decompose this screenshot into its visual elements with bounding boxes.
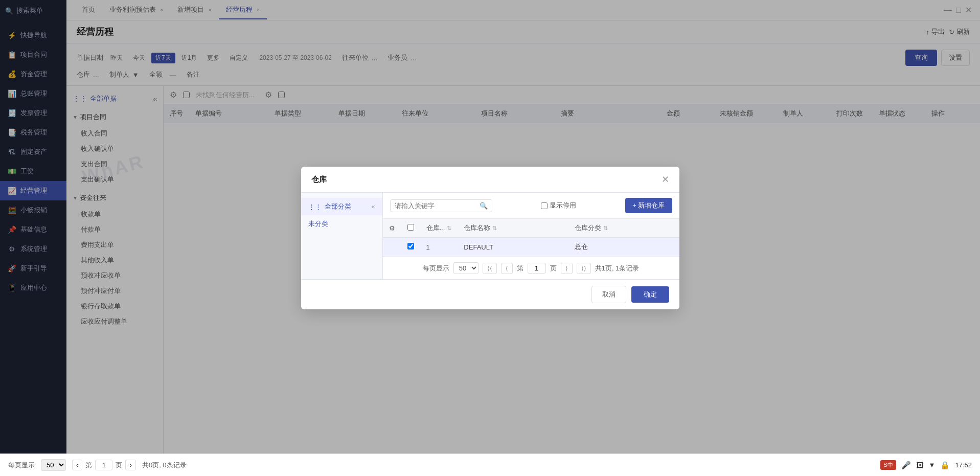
modal-page-suffix: 页	[550, 264, 557, 273]
modal-table: ⚙ 仓库... ⇅	[383, 219, 679, 257]
modal-next-btn[interactable]: ⟩	[561, 263, 573, 274]
modal-table-wrap: ⚙ 仓库... ⇅	[383, 219, 679, 257]
modal-body: ⋮⋮ 全部分类 « 未分类 🔍 显示停	[301, 193, 679, 279]
modal-overlay: 仓库 ✕ ⋮⋮ 全部分类 « 未分类	[0, 0, 980, 476]
modal-table-row[interactable]: 1 DEFAULT 总仓	[383, 238, 679, 257]
taskbar-nav: ‹ 第 页 ›	[72, 460, 136, 470]
modal-table-header-row: ⚙ 仓库... ⇅	[383, 219, 679, 238]
tray-s-icon[interactable]: S中	[880, 460, 896, 470]
modal-warehouse: 仓库 ✕ ⋮⋮ 全部分类 « 未分类	[301, 167, 679, 309]
sort-name-icon: ⇅	[492, 225, 497, 232]
modal-all-icon: ⋮⋮	[308, 203, 322, 211]
modal-col-sort-name[interactable]: 仓库名称 ⇅	[464, 223, 562, 233]
modal-select-all[interactable]	[407, 224, 414, 231]
modal-row-checkbox[interactable]	[407, 243, 414, 250]
taskbar-next-btn[interactable]: ›	[125, 460, 135, 470]
taskbar-time: 17:52	[955, 461, 972, 469]
taskbar: 每页显示 50 ‹ 第 页 › 共0页, 0条记录 S中 🎤 🖼 ▼ 🔒 17:…	[0, 454, 980, 476]
modal-th-checkbox	[401, 219, 420, 238]
modal-cell-name: 总仓	[568, 238, 679, 257]
tray-arrow-icon[interactable]: ▼	[929, 461, 936, 469]
modal-search-icon: 🔍	[480, 202, 488, 210]
modal-search-box[interactable]: 🔍	[390, 199, 492, 212]
modal-prev-btn[interactable]: ⟨	[501, 263, 513, 274]
modal-right-panel: 🔍 显示停用 + 新增仓库 ⚙	[383, 193, 679, 279]
modal-header: 仓库 ✕	[301, 167, 679, 193]
taskbar-pagination: 每页显示 50 ‹ 第 页 › 共0页, 0条记录	[8, 459, 187, 471]
tray-lock-icon[interactable]: 🔒	[940, 461, 950, 470]
modal-first-btn[interactable]: ⟨⟨	[483, 263, 497, 274]
modal-left-all[interactable]: ⋮⋮ 全部分类 «	[301, 198, 382, 215]
modal-cell-checkbox[interactable]	[401, 238, 420, 257]
modal-th-category: 仓库分类 ⇅	[568, 219, 679, 238]
taskbar-per-page-select[interactable]: 50	[41, 459, 66, 471]
modal-page-label: 第	[517, 264, 523, 273]
modal-left-panel: ⋮⋮ 全部分类 « 未分类	[301, 193, 383, 279]
modal-close-button[interactable]: ✕	[662, 174, 669, 185]
modal-cell-code: DEFAULT	[458, 238, 568, 257]
modal-all-label: 全部分类	[325, 202, 351, 211]
sort-category-icon: ⇅	[603, 225, 608, 232]
modal-th-id: 仓库... ⇅	[420, 219, 458, 238]
modal-cell-id: 1	[420, 238, 458, 257]
modal-page-input[interactable]	[528, 263, 546, 274]
modal-add-warehouse-button[interactable]: + 新增仓库	[625, 198, 672, 213]
sort-id-icon: ⇅	[447, 225, 451, 232]
modal-confirm-button[interactable]: 确定	[631, 286, 669, 303]
modal-th-settings: ⚙	[383, 219, 401, 238]
modal-col-sort-category[interactable]: 仓库分类 ⇅	[575, 223, 673, 233]
taskbar-page-input[interactable]	[95, 460, 112, 470]
tray-screen-icon[interactable]: 🖼	[916, 461, 924, 469]
modal-cancel-button[interactable]: 取消	[591, 286, 626, 303]
taskbar-prev-btn[interactable]: ‹	[72, 460, 82, 470]
modal-title: 仓库	[311, 175, 327, 185]
show-disabled-label[interactable]: 显示停用	[541, 201, 576, 210]
modal-panel-toggle[interactable]: «	[372, 203, 375, 210]
show-disabled-checkbox[interactable]	[541, 202, 548, 209]
modal-cell-settings	[383, 238, 401, 257]
modal-search-input[interactable]	[395, 202, 476, 210]
modal-left-uncategorized[interactable]: 未分类	[301, 215, 382, 233]
taskbar-total-info: 共0页, 0条记录	[142, 461, 187, 470]
modal-col-settings-icon[interactable]: ⚙	[389, 224, 395, 232]
sys-tray: S中 🎤 🖼 ▼ 🔒 17:52	[880, 460, 972, 470]
taskbar-per-page-label: 每页显示	[8, 461, 35, 470]
modal-th-name: 仓库名称 ⇅	[458, 219, 568, 238]
tray-mic-icon[interactable]: 🎤	[901, 461, 911, 470]
modal-pagination: 每页显示 50 ⟨⟨ ⟨ 第 页 ⟩ ⟩⟩ 共1页, 1条记录	[383, 257, 679, 279]
modal-total-info: 共1页, 1条记录	[595, 264, 640, 273]
modal-footer: 取消 确定	[301, 279, 679, 309]
modal-per-page-select[interactable]: 50	[453, 262, 478, 274]
modal-col-sort-id[interactable]: 仓库... ⇅	[426, 223, 452, 233]
modal-toolbar: 🔍 显示停用 + 新增仓库	[383, 193, 679, 219]
modal-uncategorized-label: 未分类	[308, 219, 328, 229]
modal-last-btn[interactable]: ⟩⟩	[577, 263, 591, 274]
modal-per-page-label: 每页显示	[423, 264, 449, 273]
